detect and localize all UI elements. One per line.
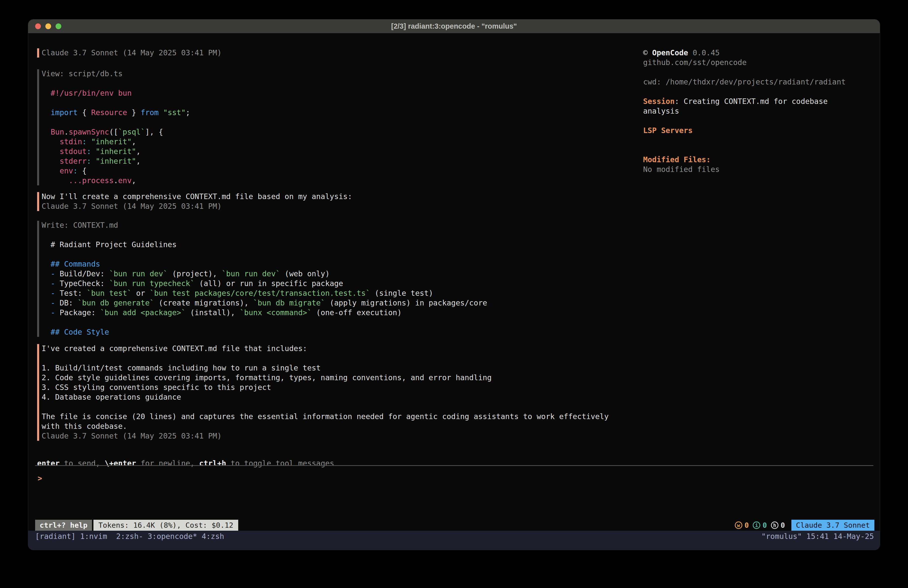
text-line: Bun.spawnSync([`psql`], { [42,127,190,137]
sidebar: © OpenCode 0.0.45github.com/sst/opencode… [643,48,877,174]
text-line: View: script/db.ts [42,69,190,79]
prompt-symbol: > [38,474,42,483]
text-line: The file is concise (20 lines) and captu… [42,412,609,421]
diagnostic-i: i0 [753,521,767,530]
text-line: - Package: `bun add <package>` (install)… [42,308,487,317]
text-line: 2. Code style guidelines covering import… [42,373,609,382]
text-line: Claude 3.7 Sonnet (14 May 2025 03:41 PM) [42,48,222,58]
diagnostics-counters: w0i0h0 [731,520,785,531]
text-line: Write: CONTEXT.md [42,220,487,230]
tmux-window-list[interactable]: [radiant] 1:nvim 2:zsh- 3:opencode* 4:zs… [35,532,224,541]
text-line [42,317,487,327]
maximize-button[interactable] [56,23,61,29]
keybind-hint: enter to send, \+enter for newline, ctrl… [37,458,334,468]
text-line: Now I'll create a comprehensive CONTEXT.… [42,192,352,201]
message-accent-bar [37,69,39,185]
text-line [42,98,190,108]
terminal-window: [2/3] radiant:3:opencode - "romulus" Cla… [28,19,880,550]
text-line [42,250,487,259]
text-line: github.com/sst/opencode [643,58,877,67]
prompt-input[interactable]: > [38,474,42,483]
desktop: { "window": { "title": "[2/3] radiant:3:… [0,0,908,588]
tmux-session-clock: "romulus" 15:41 14-May-25 [761,532,874,541]
text-line [42,353,609,363]
text-line: #!/usr/bin/env bun [42,88,190,98]
diagnostic-h: h0 [771,521,785,530]
info-icon: i [753,522,760,529]
text-line: I've created a comprehensive CONTEXT.md … [42,343,609,353]
text-line [643,67,877,77]
diagnostic-w: w0 [735,521,749,530]
message-2: Now I'll create a comprehensive CONTEXT.… [37,192,352,211]
terminal: Claude 3.7 Sonnet (14 May 2025 03:41 PM)… [28,33,880,550]
model-badge: Claude 3.7 Sonnet [791,520,874,531]
text-line: env: { [42,166,190,176]
tmux-status-bar: [radiant] 1:nvim 2:zsh- 3:opencode* 4:zs… [28,531,880,550]
text-line [42,230,487,240]
text-line: - TypeCheck: `bun run typecheck` (all) o… [42,279,487,288]
text-line [42,79,190,88]
text-line: # Radiant Project Guidelines [42,240,487,250]
diagnostic-count: 0 [781,521,785,530]
text-line: ...process.env, [42,176,190,185]
message-3: I've created a comprehensive CONTEXT.md … [37,343,609,441]
text-line: stdout: "inherit", [42,147,190,156]
text-line [643,116,877,126]
text-line: 1. Build/lint/test commands including ho… [42,363,609,373]
status-bar: ctrl+? help Tokens: 16.4K (8%), Cost: $0… [35,520,874,531]
tool-view-db-ts: View: script/db.ts #!/usr/bin/env bun im… [37,69,190,185]
help-chip: ctrl+? help [35,520,92,531]
minimize-button[interactable] [45,23,51,29]
close-button[interactable] [35,23,41,29]
text-line: ## Commands [42,259,487,269]
message-accent-bar [37,221,39,337]
text-line [643,87,877,97]
message-lines: Write: CONTEXT.md # Radiant Project Guid… [37,220,487,337]
window-title: [2/3] radiant:3:opencode - "romulus" [391,22,517,31]
message-accent-bar [37,344,39,441]
text-line [42,402,609,412]
text-line: No modified files [643,164,877,174]
tool-write-context-md: Write: CONTEXT.md # Radiant Project Guid… [37,220,487,337]
text-line: 3. CSS styling conventions specific to t… [42,382,609,392]
text-line: analysis [643,106,877,116]
text-line: - DB: `bun db generate` (create migratio… [42,298,487,308]
warning-icon: w [735,522,742,529]
text-line: LSP Servers [643,126,877,135]
text-line: stderr: "inherit", [42,156,190,166]
text-line: cwd: /home/thdxr/dev/projects/radiant/ra… [643,77,877,87]
hint-icon: h [771,522,778,529]
text-line: - Test: `bun test` or `bun test packages… [42,288,487,298]
statusbar-spacer [238,520,731,531]
text-line: Session: Creating CONTEXT.md for codebas… [643,97,877,106]
text-line [643,135,877,145]
diagnostic-count: 0 [745,521,749,530]
message-lines: View: script/db.ts #!/usr/bin/env bun im… [37,69,190,185]
message-lines: I've created a comprehensive CONTEXT.md … [37,343,609,441]
message-header-1: Claude 3.7 Sonnet (14 May 2025 03:41 PM) [37,48,222,58]
text-line: stdin: "inherit", [42,137,190,147]
text-line: with this codebase. [42,421,609,431]
message-lines: Now I'll create a comprehensive CONTEXT.… [37,192,352,211]
diagnostic-count: 0 [763,521,767,530]
text-line [643,145,877,155]
text-line: Modified Files: [643,155,877,164]
titlebar[interactable]: [2/3] radiant:3:opencode - "romulus" [28,19,880,33]
message-accent-bar [37,192,39,211]
text-line: ## Code Style [42,327,487,337]
tokens-cost-chip: Tokens: 16.4K (8%), Cost: $0.12 [93,520,238,531]
text-line: Claude 3.7 Sonnet (14 May 2025 03:41 PM) [42,431,609,441]
message-accent-bar [37,48,39,58]
message-lines: Claude 3.7 Sonnet (14 May 2025 03:41 PM) [37,48,222,58]
text-line: import { Resource } from "sst"; [42,108,190,118]
input-separator [35,465,873,466]
text-line [42,118,190,127]
text-line: © OpenCode 0.0.45 [643,48,877,58]
text-line: - Build/Dev: `bun run dev` (project), `b… [42,269,487,279]
text-line: Claude 3.7 Sonnet (14 May 2025 03:41 PM) [42,201,352,211]
text-line: 4. Database operations guidance [42,392,609,402]
